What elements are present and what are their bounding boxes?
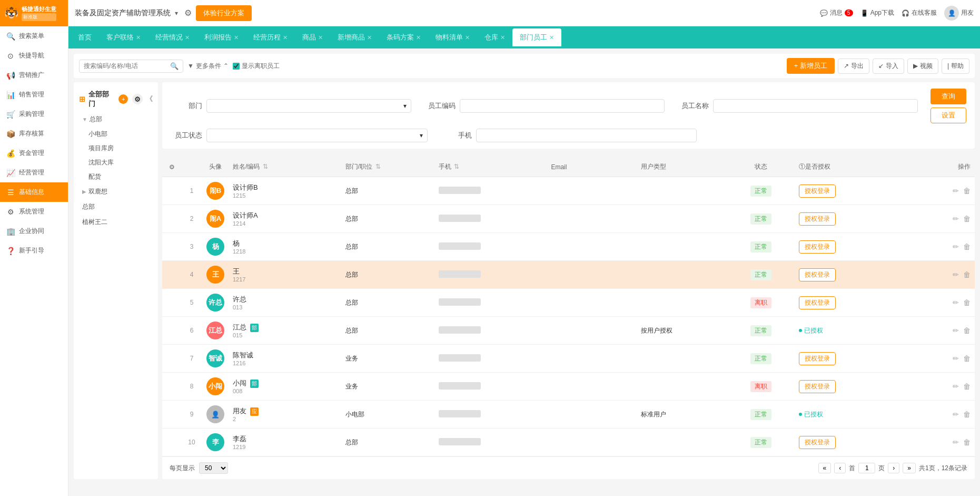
edit-icon[interactable]: ✏ — [953, 298, 959, 307]
more-filter-btn[interactable]: ▼ 更多条件 ⌃ — [187, 62, 229, 71]
tab-goods-close[interactable]: ✕ — [318, 34, 323, 41]
tab-operation-progress[interactable]: 经营历程 ✕ — [246, 28, 295, 46]
tab-barcode[interactable]: 条码方案 ✕ — [379, 28, 428, 46]
sidebar-item-basic[interactable]: ☰ 基础信息 — [0, 182, 68, 202]
col-dept-header[interactable]: 部门/职位 ⇅ — [341, 157, 434, 177]
dept-sub-item-shenyang[interactable]: 沈阳大库 — [74, 155, 158, 170]
tab-operation-status-close[interactable]: ✕ — [185, 34, 190, 41]
collapse-dept-btn[interactable]: 《 — [146, 94, 153, 104]
col-phone-header[interactable]: 手机 ⇅ — [434, 157, 547, 177]
sidebar-item-shortcut[interactable]: ⊙ 快捷导航 — [0, 46, 68, 65]
show-resigned-toggle[interactable]: 显示离职员工 — [233, 62, 280, 71]
add-dept-btn[interactable]: + — [118, 94, 128, 104]
auth-btn[interactable]: 授权登录 — [799, 184, 836, 198]
dept-item-plant-king[interactable]: 植树王二 — [74, 215, 158, 230]
message-btn[interactable]: 💬 消息 5 — [820, 8, 853, 17]
row-auth[interactable]: 授权登录 — [795, 205, 907, 233]
tab-material[interactable]: 物料清单 ✕ — [428, 28, 477, 46]
dept-item-head2[interactable]: 总部 — [74, 199, 158, 215]
auth-btn[interactable]: 授权登录 — [799, 352, 836, 365]
last-page-btn[interactable]: » — [903, 463, 916, 473]
tab-profit-close[interactable]: ✕ — [234, 34, 239, 41]
tab-profit[interactable]: 利润报告 ✕ — [197, 28, 246, 46]
sidebar-item-enterprise[interactable]: 🏢 企业协同 — [0, 221, 68, 241]
prev-page-btn[interactable]: ‹ — [834, 463, 846, 473]
sidebar-item-operation[interactable]: 📈 经营管理 — [0, 163, 68, 182]
app-download-btn[interactable]: 📱 App下载 — [860, 8, 894, 17]
row-auth[interactable]: 授权登录 — [795, 429, 907, 456]
edit-icon[interactable]: ✏ — [953, 215, 959, 223]
auth-btn[interactable]: 授权登录 — [799, 296, 836, 309]
employee-code-input[interactable] — [460, 99, 665, 113]
tab-new-goods-close[interactable]: ✕ — [367, 34, 372, 41]
dept-sub-item-small-electronics[interactable]: 小电部 — [74, 127, 158, 141]
export-btn[interactable]: ↗ 导出 — [838, 59, 869, 74]
sidebar-item-capital[interactable]: 💰 资金管理 — [0, 143, 68, 163]
delete-icon[interactable]: 🗑 — [963, 382, 971, 391]
sidebar-item-search[interactable]: 🔍 搜索菜单 — [0, 26, 68, 46]
auth-btn[interactable]: 授权登录 — [799, 436, 836, 449]
dept-sub-item-distribution[interactable]: 配货 — [74, 170, 158, 184]
row-auth[interactable]: 授权登录 — [795, 177, 907, 205]
tab-home[interactable]: 首页 — [71, 28, 99, 46]
tab-warehouse[interactable]: 仓库 ✕ — [477, 28, 512, 46]
edit-icon[interactable]: ✏ — [953, 438, 959, 446]
tab-goods[interactable]: 商品 ✕ — [295, 28, 330, 46]
tab-operation-progress-close[interactable]: ✕ — [283, 34, 288, 41]
edit-icon[interactable]: ✏ — [953, 326, 959, 335]
sidebar-item-guide[interactable]: ❓ 新手引导 — [0, 241, 68, 260]
employee-name-input[interactable] — [713, 99, 918, 113]
delete-icon[interactable]: 🗑 — [963, 270, 971, 279]
search-box[interactable]: 🔍 — [79, 60, 183, 73]
row-auth[interactable]: 授权登录 — [795, 373, 907, 401]
row-auth[interactable]: 已授权 — [795, 317, 907, 345]
gear-icon[interactable]: ⚙ — [184, 8, 192, 18]
dept-settings-btn[interactable]: ⚙ — [132, 94, 143, 104]
edit-icon[interactable]: ✏ — [953, 354, 959, 363]
edit-icon[interactable]: ✏ — [953, 270, 959, 279]
dept-item-dual-dream[interactable]: ▶ 双鹿想 — [74, 184, 158, 199]
status-select[interactable]: ▾ — [206, 129, 428, 142]
row-auth[interactable]: 授权登录 — [795, 289, 907, 317]
view-btn[interactable]: ▶ 视频 — [907, 59, 938, 74]
delete-icon[interactable]: 🗑 — [963, 242, 971, 251]
system-dropdown[interactable]: ▾ — [175, 9, 178, 17]
tab-customer[interactable]: 客户联络 ✕ — [99, 28, 148, 46]
page-number-input[interactable] — [858, 463, 875, 473]
tab-barcode-close[interactable]: ✕ — [416, 34, 421, 41]
search-input[interactable] — [84, 62, 168, 70]
sidebar-item-sales[interactable]: 📊 销售管理 — [0, 85, 68, 104]
show-resigned-checkbox[interactable] — [233, 63, 240, 70]
delete-icon[interactable]: 🗑 — [963, 326, 971, 335]
first-page-btn[interactable]: « — [818, 463, 831, 473]
page-size-select[interactable]: 50 20 100 — [199, 462, 228, 474]
sidebar-item-purchase[interactable]: 🛒 采购管理 — [0, 104, 68, 124]
query-btn[interactable]: 查询 — [930, 89, 966, 104]
experience-btn[interactable]: 体验行业方案 — [196, 5, 252, 21]
edit-icon[interactable]: ✏ — [953, 242, 959, 251]
add-employee-btn[interactable]: + 新增员工 — [787, 58, 835, 74]
edit-icon[interactable]: ✏ — [953, 187, 959, 195]
import-btn[interactable]: ↙ 导入 — [873, 59, 904, 74]
row-auth[interactable]: 授权登录 — [795, 345, 907, 373]
delete-icon[interactable]: 🗑 — [963, 410, 971, 419]
tab-warehouse-close[interactable]: ✕ — [500, 34, 505, 41]
sidebar-item-system[interactable]: ⚙ 系统管理 — [0, 202, 68, 221]
tab-customer-close[interactable]: ✕ — [136, 34, 141, 41]
tab-dept-staff-close[interactable]: ✕ — [549, 34, 554, 41]
online-service-btn[interactable]: 🎧 在线客服 — [902, 8, 937, 17]
phone-input[interactable] — [476, 129, 697, 142]
delete-icon[interactable]: 🗑 — [963, 354, 971, 363]
row-auth[interactable]: 已授权 — [795, 401, 907, 429]
col-settings[interactable]: ⚙ — [162, 157, 181, 177]
dept-select[interactable]: ▾ — [206, 99, 411, 113]
delete-icon[interactable]: 🗑 — [963, 187, 971, 195]
tab-operation-status[interactable]: 经营情况 ✕ — [148, 28, 197, 46]
delete-icon[interactable]: 🗑 — [963, 298, 971, 307]
edit-icon[interactable]: ✏ — [953, 410, 959, 419]
delete-icon[interactable]: 🗑 — [963, 215, 971, 223]
auth-btn[interactable]: 授权登录 — [799, 380, 836, 393]
edit-icon[interactable]: ✏ — [953, 382, 959, 391]
set-btn[interactable]: 设置 — [930, 108, 966, 123]
tab-dept-staff[interactable]: 部门员工 ✕ — [512, 28, 561, 46]
